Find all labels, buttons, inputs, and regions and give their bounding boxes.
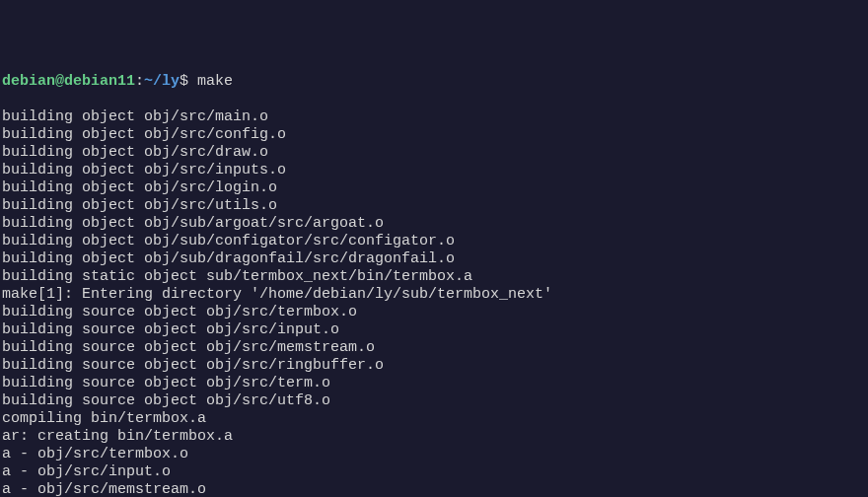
- output-line: building source object obj/src/term.o: [2, 375, 866, 392]
- output-line: building object obj/sub/configator/src/c…: [2, 233, 866, 250]
- output-line: building object obj/sub/dragonfail/src/d…: [2, 250, 866, 268]
- output-line: building source object obj/src/utf8.o: [2, 392, 866, 410]
- prompt-colon: :: [135, 73, 144, 90]
- output-line: building object obj/src/utils.o: [2, 197, 866, 215]
- output-line: building object obj/src/inputs.o: [2, 162, 866, 179]
- prompt-host: debian11: [64, 73, 135, 90]
- output-line: building object obj/src/draw.o: [2, 144, 866, 162]
- prompt-at: @: [55, 73, 64, 90]
- output-line: building source object obj/src/input.o: [2, 321, 866, 339]
- output-line: building static object sub/termbox_next/…: [2, 268, 866, 286]
- output-line: building object obj/src/config.o: [2, 126, 866, 144]
- output-line: compiling bin/termbox.a: [2, 410, 866, 428]
- output-line: building object obj/src/main.o: [2, 108, 866, 126]
- terminal-prompt-line[interactable]: debian@debian11:~/ly$ make: [2, 73, 866, 91]
- output-line: ar: creating bin/termbox.a: [2, 428, 866, 446]
- output-line: a - obj/src/termbox.o: [2, 446, 866, 463]
- output-line: building source object obj/src/ringbuffe…: [2, 357, 866, 375]
- prompt-path: ~/ly: [144, 73, 180, 90]
- terminal-output: building object obj/src/main.obuilding o…: [2, 108, 866, 497]
- prompt-dollar: $: [180, 73, 197, 90]
- output-line: a - obj/src/input.o: [2, 463, 866, 481]
- output-line: make[1]: Entering directory '/home/debia…: [2, 286, 866, 304]
- prompt-user: debian: [2, 73, 55, 90]
- command-input: make: [197, 73, 233, 90]
- output-line: building object obj/sub/argoat/src/argoa…: [2, 215, 866, 233]
- output-line: building object obj/src/login.o: [2, 179, 866, 197]
- output-line: a - obj/src/memstream.o: [2, 481, 866, 497]
- output-line: building source object obj/src/termbox.o: [2, 304, 866, 321]
- output-line: building source object obj/src/memstream…: [2, 339, 866, 357]
